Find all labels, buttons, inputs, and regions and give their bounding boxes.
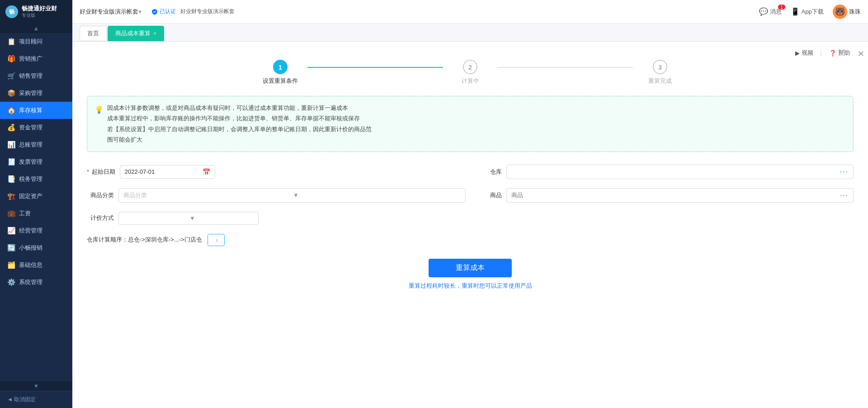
sidebar-item-label: 小畅报销 [19, 244, 42, 252]
warehouse-input[interactable] [511, 168, 838, 175]
app-download-button[interactable]: 📱 App下载 [791, 7, 824, 16]
step-1-circle: 1 [273, 60, 288, 74]
verified-badge: 已认证 好业财专业版演示帐套 [151, 8, 235, 15]
sidebar-item-label: 项目顾问 [19, 38, 42, 46]
category-dropdown-icon: ▼ [293, 192, 461, 199]
goods-input-wrapper[interactable]: ··· [506, 188, 854, 203]
sidebar-item-label: 固定资产 [19, 192, 42, 200]
sidebar-scroll-down[interactable]: ▼ [0, 381, 72, 391]
calendar-icon[interactable]: 📅 [203, 168, 210, 176]
sidebar-item-label: 发票管理 [19, 158, 42, 166]
sidebar-item-label: 营销推广 [19, 55, 42, 63]
category-group: 商品分类 商品分类 ▼ [87, 188, 466, 203]
start-date-input-wrapper[interactable]: 📅 [120, 165, 215, 179]
sidebar-item-jichu[interactable]: 🗂️ 基础信息 [0, 256, 72, 274]
pricing-select[interactable]: ▼ [118, 212, 259, 225]
sidebar-footer-pin[interactable]: ◄ 取消固定 [0, 391, 72, 408]
tab-recalc[interactable]: 商品成本重算 × [108, 26, 164, 41]
sidebar-item-label: 采购管理 [19, 89, 42, 97]
start-date-group: * 起始日期 📅 [87, 165, 466, 179]
warehouse-group: 仓库 ··· [475, 165, 854, 179]
sidebar-item-caigou[interactable]: 📦 采购管理 [0, 85, 72, 102]
info-box: 💡 因成本计算参数调整，或是对商品成本有疑问时，可以通过成本重算功能，重新计算一… [87, 96, 854, 152]
tab-close-icon[interactable]: × [153, 30, 156, 37]
xiaoshou-icon: 🛒 [7, 72, 15, 80]
warehouse-input-wrapper[interactable]: ··· [506, 165, 854, 179]
sidebar-item-gongzi[interactable]: 💼 工资 [0, 205, 72, 222]
content-close-button[interactable]: ✕ [858, 49, 864, 59]
video-button[interactable]: ▶ 视频 [795, 49, 813, 57]
dropdown-icon[interactable]: ▼ [137, 9, 142, 14]
sidebar-item-shuiwu[interactable]: 📑 税务管理 [0, 171, 72, 188]
zijin-icon: 💰 [7, 123, 15, 132]
category-select[interactable]: 商品分类 ▼ [118, 188, 466, 203]
form-row-3: 计价方式 ▼ [87, 212, 854, 225]
form-row-2: 商品分类 商品分类 ▼ 商品 ··· [87, 188, 854, 203]
sidebar: 畅 畅捷通好业财 专业版 ▲ 📋 项目顾问 🎁 营销推广 🛒 销售管理 📦 采购… [0, 0, 72, 408]
step-line-2 [497, 67, 633, 68]
sidebar-item-yingxiao[interactable]: 🎁 营销推广 [0, 50, 72, 67]
info-line-4: 围可能会扩大 [107, 134, 372, 145]
sidebar-item-fapiao[interactable]: 🧾 发票管理 [0, 153, 72, 171]
account-name: 好业财专业版演示帐套 [80, 8, 138, 16]
sidebar-item-xiaochang[interactable]: 🔄 小畅报销 [0, 239, 72, 256]
sidebar-scroll-up[interactable]: ▲ [0, 24, 72, 33]
sidebar-item-jingying[interactable]: 📈 经营管理 [0, 222, 72, 239]
sidebar-item-xiangmu[interactable]: 📋 项目顾问 [0, 33, 72, 50]
pricing-label: 计价方式 [87, 214, 114, 222]
sidebar-item-label: 系统管理 [19, 278, 42, 286]
zongzhang-icon: 📊 [7, 141, 15, 149]
info-line-3: 若【系统设置】中启用了自动调整记账日期时，会调整入库单的整单记账日期，因此重新计… [107, 124, 372, 134]
tabbar: 首页 商品成本重算 × [72, 24, 868, 42]
user-avatar-area[interactable]: 🐻 珠珠 [833, 5, 861, 19]
caigou-icon: 📦 [7, 89, 15, 97]
kucun-icon: 🏠 [7, 106, 15, 114]
category-label: 商品分类 [87, 191, 114, 199]
sidebar-item-zongzhang[interactable]: 📊 总账管理 [0, 136, 72, 153]
sidebar-item-label: 资金管理 [19, 123, 42, 132]
sidebar-item-label: 基础信息 [19, 261, 42, 269]
sidebar-item-xiaoshou[interactable]: 🛒 销售管理 [0, 67, 72, 85]
pricing-dropdown-icon: ▼ [189, 215, 254, 222]
tab-home[interactable]: 首页 [80, 26, 107, 41]
sidebar-item-zijin[interactable]: 💰 资金管理 [0, 119, 72, 136]
sidebar-item-label: 工资 [19, 209, 31, 218]
jingying-icon: 📈 [7, 227, 15, 235]
sidebar-item-kucun[interactable]: 🏠 库存核算 [0, 102, 72, 119]
topbar: 好业财专业版演示帐套 ▼ 已认证 好业财专业版演示帐套 💬 消息 1 📱 App… [72, 0, 868, 24]
divider: | [821, 50, 822, 57]
goods-dots-icon[interactable]: ··· [840, 191, 849, 199]
sidebar-item-gudingzichan[interactable]: 🏗️ 固定资产 [0, 188, 72, 205]
tab-home-label: 首页 [87, 29, 99, 38]
sidebar-header: 畅 畅捷通好业财 专业版 [0, 0, 72, 24]
info-line-2: 成本重算过程中，影响库存账的操作均不能操作，比如进货单、销货单、库存单据不能审核… [107, 113, 372, 123]
step-line-1 [307, 67, 443, 68]
warehouse-seq-btn[interactable]: › [208, 234, 225, 246]
start-date-input[interactable] [125, 168, 201, 175]
tab-recalc-label: 商品成本重算 [115, 29, 151, 38]
fapiao-icon: 🧾 [7, 158, 15, 166]
messages-icon: 💬 [759, 7, 768, 16]
app-title: 畅捷通好业财 [22, 5, 57, 12]
goods-label: 商品 [475, 191, 502, 199]
step-3-circle: 3 [653, 60, 667, 74]
sidebar-menu: 📋 项目顾问 🎁 营销推广 🛒 销售管理 📦 采购管理 🏠 库存核算 💰 资金管… [0, 33, 72, 381]
sidebar-item-label: 总账管理 [19, 141, 42, 149]
account-selector[interactable]: 好业财专业版演示帐套 ▼ [80, 8, 142, 16]
messages-button[interactable]: 💬 消息 1 [759, 7, 782, 16]
sidebar-item-label: 税务管理 [19, 175, 42, 183]
goods-input[interactable] [511, 192, 838, 199]
pricing-group: 计价方式 ▼ [87, 212, 259, 225]
app-subtitle: 专业版 [22, 12, 57, 19]
recalc-button[interactable]: 重算成本 [429, 259, 512, 277]
content-expand-button[interactable]: ⛶ [838, 49, 845, 57]
category-placeholder: 商品分类 [123, 191, 291, 199]
main-area: 好业财专业版演示帐套 ▼ 已认证 好业财专业版演示帐套 💬 消息 1 📱 App… [72, 0, 868, 408]
shield-icon [151, 9, 158, 15]
verified-text: 已认证 [160, 8, 176, 15]
gudingzichan-icon: 🏗️ [7, 192, 15, 200]
sidebar-item-xitong[interactable]: ⚙️ 系统管理 [0, 274, 72, 291]
chevron-right-icon: › [216, 237, 218, 243]
form-row-1: * 起始日期 📅 仓库 ··· [87, 165, 854, 179]
warehouse-dots-icon[interactable]: ··· [840, 168, 849, 176]
